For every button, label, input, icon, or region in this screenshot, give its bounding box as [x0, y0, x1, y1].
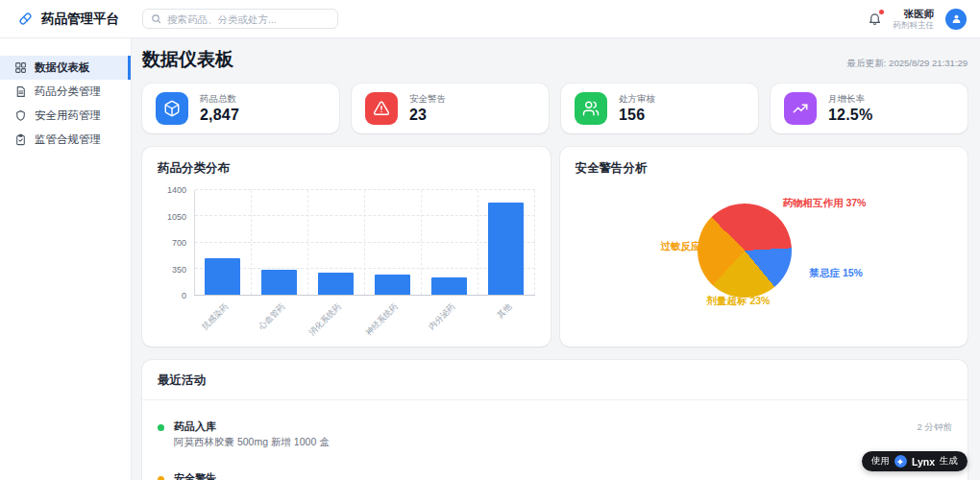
stat-value: 2,847: [200, 107, 239, 124]
stat-card-monthly-growth: 月增长率 12.5%: [771, 84, 968, 133]
bar-chart-plot: 抗感染药心血管药消化系统药神经系统药内分泌药其他: [194, 190, 535, 296]
document-icon: [14, 85, 27, 98]
safety-alert-pie-chart: 药物相互作用 37% 禁忌症 15% 剂量超标 23% 过敏反应 26%: [576, 180, 953, 339]
pill-icon: [17, 11, 34, 27]
x-tick-label: 神经系统药: [364, 301, 402, 339]
lynx-logo-icon: [894, 455, 907, 468]
shield-icon: [14, 109, 27, 122]
pie-label-drug-interaction: 药物相互作用 37%: [783, 197, 867, 210]
x-tick-label: 其他: [495, 301, 515, 322]
activity-row-safety-alert: 安全警告 华法林与阿司匹林相互作用检测: [158, 460, 952, 480]
app-logo: 药品管理平台: [0, 11, 142, 28]
bar-消化系统药: [318, 273, 354, 295]
sidebar-item-categories[interactable]: 药品分类管理: [0, 80, 131, 104]
sidebar-item-dashboard[interactable]: 数据仪表板: [0, 56, 131, 80]
notifications-button[interactable]: [868, 12, 882, 26]
last-updated: 最后更新: 2025/8/29 21:31:29: [847, 58, 968, 72]
pie-label-overdose: 剂量超标 23%: [707, 295, 771, 308]
pie-label-contraindication: 禁忌症 15%: [810, 267, 863, 280]
clipboard-check-icon: [14, 133, 27, 146]
sidebar-item-label: 安全用药管理: [35, 108, 101, 123]
activity-row-stock-in: 药品入库 阿莫西林胶囊 500mg 新增 1000 盒 2 分钟前: [158, 408, 952, 460]
activity-title: 安全警告: [174, 471, 315, 480]
user-name: 张医师: [894, 8, 935, 20]
user-info: 张医师 药剂科主任: [894, 8, 935, 31]
app-title: 药品管理平台: [41, 11, 119, 28]
bar-chart-card: 药品分类分布 035070010501400 抗感染药心血管药消化系统药神经系统…: [142, 147, 551, 347]
status-dot: [158, 424, 164, 431]
bar-chart-y-axis: 035070010501400: [158, 190, 194, 296]
main-content: 数据仪表板 最后更新: 2025/8/29 21:31:29 药品总数 2,84…: [132, 38, 980, 480]
stat-value: 156: [619, 107, 655, 124]
x-tick-label: 抗感染药: [200, 301, 232, 333]
badge-suffix: 生成: [940, 455, 958, 468]
person-icon: [950, 12, 963, 25]
trend-up-icon: [784, 92, 817, 125]
warning-triangle-icon: [365, 92, 398, 125]
recent-activity-title: 最近活动: [142, 360, 968, 400]
drug-category-bar-chart: 035070010501400 抗感染药心血管药消化系统药神经系统药内分泌药其他: [158, 190, 535, 334]
notification-dot: [879, 10, 884, 14]
bar-神经系统药: [375, 275, 410, 295]
recent-activity-card: 最近活动 药品入库 阿莫西林胶囊 500mg 新增 1000 盒 2 分钟前 安…: [142, 360, 968, 480]
stat-value: 23: [409, 107, 446, 124]
bar-抗感染药: [205, 258, 240, 295]
stat-card-prescription-review: 处方审核 156: [561, 84, 758, 133]
page-title: 数据仪表板: [142, 47, 233, 72]
pie-label-allergy: 过敏反应 26%: [661, 240, 724, 253]
user-avatar[interactable]: [945, 9, 967, 30]
status-dot: [158, 476, 164, 480]
stat-card-total-drugs: 药品总数 2,847: [142, 84, 339, 133]
sidebar-item-safety[interactable]: 安全用药管理: [0, 104, 131, 128]
stat-label: 月增长率: [828, 93, 872, 106]
dashboard-icon: [14, 61, 27, 74]
stat-card-safety-alerts: 安全警告 23: [352, 84, 549, 133]
bar-心血管药: [261, 270, 297, 295]
sidebar-item-compliance[interactable]: 监管合规管理: [0, 128, 131, 152]
sidebar-item-label: 监管合规管理: [35, 132, 101, 147]
stat-value: 12.5%: [828, 107, 872, 124]
lynx-badge[interactable]: 使用 Lynx 生成: [862, 451, 968, 471]
sidebar: 数据仪表板 药品分类管理 安全用药管理 监管合规管理: [0, 38, 132, 480]
top-header: 药品管理平台 张医师 药剂科主任: [0, 0, 980, 38]
bar-其他: [488, 203, 524, 295]
sidebar-item-label: 数据仪表板: [35, 60, 90, 75]
sidebar-item-label: 药品分类管理: [35, 84, 101, 99]
stat-cards-row: 药品总数 2,847 安全警告 23 处方审核 156: [142, 84, 968, 133]
user-role: 药剂科主任: [894, 20, 935, 31]
bar-chart-title: 药品分类分布: [158, 160, 535, 177]
activity-title: 药品入库: [174, 420, 330, 434]
bar-内分泌药: [431, 277, 467, 295]
badge-brand: Lynx: [912, 456, 935, 468]
pie-chart-title: 安全警告分析: [576, 160, 953, 177]
x-tick-label: 心血管药: [257, 301, 288, 333]
stat-label: 药品总数: [200, 93, 239, 106]
activity-desc: 阿莫西林胶囊 500mg 新增 1000 盒: [174, 436, 330, 449]
users-icon: [575, 92, 607, 125]
package-icon: [156, 92, 188, 125]
x-tick-label: 消化系统药: [307, 301, 345, 339]
stat-label: 处方审核: [619, 93, 655, 106]
pie-chart-card: 安全警告分析 药物相互作用 37% 禁忌症 15% 剂量超标 23% 过敏反应 …: [560, 147, 968, 347]
activity-time: 2 分钟前: [918, 420, 952, 449]
stat-label: 安全警告: [409, 93, 446, 106]
x-tick-label: 内分泌药: [427, 301, 458, 333]
global-search[interactable]: [142, 9, 338, 29]
badge-prefix: 使用: [871, 455, 890, 468]
search-icon: [151, 13, 161, 24]
search-input[interactable]: [167, 13, 330, 25]
